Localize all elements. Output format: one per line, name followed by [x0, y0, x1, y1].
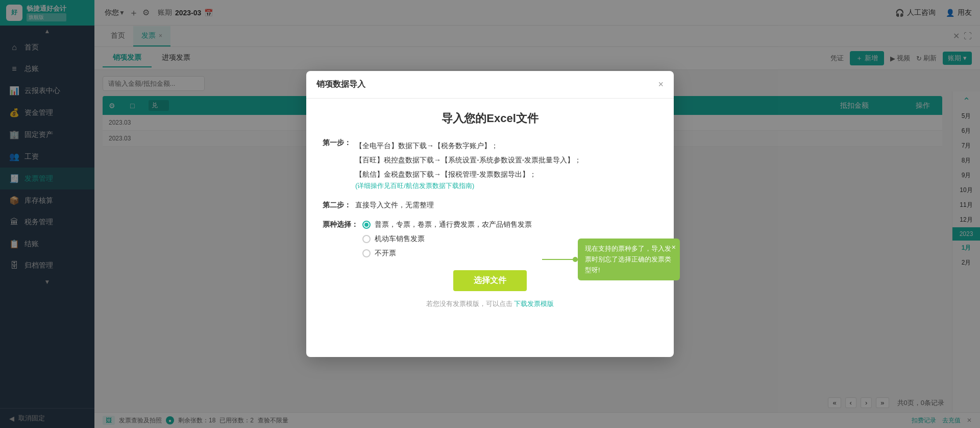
step1-line1: 【全电平台】数据下载→【税务数字账户】； — [355, 138, 581, 153]
step2-label: 第二步： — [323, 201, 351, 210]
step2-text: 直接导入文件，无需整理 — [355, 201, 434, 210]
step1-link[interactable]: (详细操作见百旺/航信发票数据下载指南) — [355, 182, 474, 189]
tooltip-dot — [573, 257, 578, 262]
radio-opt2-label: 机动车销售发票 — [375, 234, 425, 244]
ticket-label: 票种选择： — [323, 220, 358, 229]
modal-overlay: 销项数据导入 × 导入您的Excel文件 第一步： 【全电平台】数据下载→【税务… — [0, 0, 980, 428]
radio-opt3-label: 不开票 — [375, 249, 396, 258]
radio-opt1-label: 普票，专票，卷票，通行费发票，农产品销售发票 — [375, 220, 532, 229]
modal-footer: 若您没有发票模版，可以点击 下载发票模版 — [323, 299, 657, 308]
modal-main-title: 导入您的Excel文件 — [323, 111, 657, 126]
radio-opt3[interactable] — [362, 249, 371, 257]
radio-group: 普票，专票，卷票，通行费发票，农产品销售发票 机动车销售发票 × — [362, 220, 532, 258]
step2-row: 第二步： 直接导入文件，无需整理 — [323, 201, 657, 210]
step1-content: 【全电平台】数据下载→【税务数字账户】； 【百旺】税控盘数据下载→【系统设置-系… — [355, 138, 581, 191]
tooltip-close-icon[interactable]: × — [672, 242, 676, 253]
step1-line2: 【百旺】税控盘数据下载→【系统设置-系统参数设置-发票批量导入】； — [355, 153, 581, 167]
modal-body: 导入您的Excel文件 第一步： 【全电平台】数据下载→【税务数字账户】； 【百… — [306, 99, 674, 321]
radio-opt1[interactable] — [362, 221, 371, 229]
footer-text: 若您没有发票模版，可以点击 — [426, 300, 512, 307]
step1-label: 第一步： — [323, 138, 351, 148]
tooltip-connector: × 现在支持的票种多了，导入发票时别忘了选择正确的发票类型呀! — [542, 239, 680, 280]
step1-line3: 【航信】金税盘数据下载→【报税管理-发票数据导出】； — [355, 167, 581, 181]
modal-dialog: 销项数据导入 × 导入您的Excel文件 第一步： 【全电平台】数据下载→【税务… — [306, 71, 674, 357]
modal-title: 销项数据导入 — [316, 79, 365, 90]
radio-row-3: 不开票 — [362, 249, 532, 258]
step1-row: 第一步： 【全电平台】数据下载→【税务数字账户】； 【百旺】税控盘数据下载→【系… — [323, 138, 657, 191]
ticket-selection: 票种选择： 普票，专票，卷票，通行费发票，农产品销售发票 机动车销售发票 — [323, 220, 657, 258]
modal-header: 销项数据导入 × — [306, 71, 674, 99]
step2-block: 第二步： 直接导入文件，无需整理 — [323, 201, 657, 210]
tooltip-text: 现在支持的票种多了，导入发票时别忘了选择正确的发票类型呀! — [585, 245, 671, 274]
radio-opt2[interactable] — [362, 235, 371, 243]
download-template-link[interactable]: 下载发票模版 — [514, 300, 554, 307]
radio-row-2: 机动车销售发票 × 现在支持的票种多了，导入发票时别忘了选择正确的发票类型呀! — [362, 234, 532, 244]
radio-row-1: 普票，专票，卷票，通行费发票，农产品销售发票 — [362, 220, 532, 229]
step1-block: 第一步： 【全电平台】数据下载→【税务数字账户】； 【百旺】税控盘数据下载→【系… — [323, 138, 657, 191]
tooltip-bubble: × 现在支持的票种多了，导入发票时别忘了选择正确的发票类型呀! — [578, 239, 680, 280]
select-file-button[interactable]: 选择文件 — [453, 270, 527, 291]
modal-close-button[interactable]: × — [658, 79, 664, 90]
